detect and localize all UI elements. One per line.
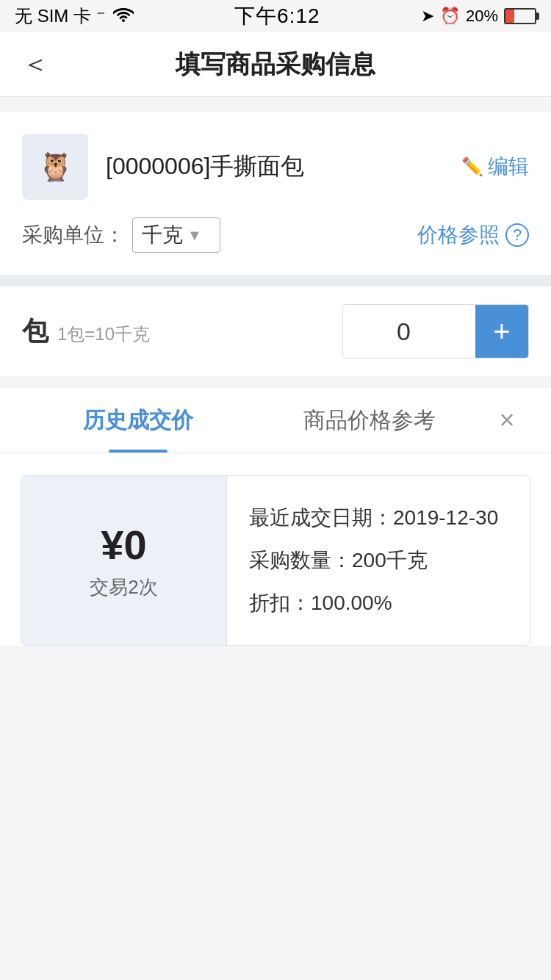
status-bar: 无 SIM 卡 ⁻ 下午6:12 ➤ ⏰ 20%	[0, 0, 551, 32]
price-ref-label: 价格参照	[417, 221, 500, 249]
recent-date-value: 2019-12-30	[393, 506, 498, 529]
quantity-input-group: +	[342, 304, 529, 359]
price-amount: 0	[124, 522, 147, 568]
price-display: ¥0	[101, 521, 146, 569]
product-image: 🦉	[22, 134, 88, 200]
location-icon: ➤	[421, 7, 434, 26]
status-left: 无 SIM 卡 ⁻	[15, 4, 134, 28]
quantity-row: 包 1包=10千克 +	[0, 287, 551, 376]
status-right: ➤ ⏰ 20%	[421, 7, 536, 26]
quantity-label-text: 采购数量：	[249, 549, 352, 572]
battery-icon	[504, 8, 536, 24]
alarm-icon: ⏰	[440, 7, 460, 26]
quantity-input[interactable]	[343, 305, 475, 358]
tab-price-label: 商品价格参考	[303, 406, 436, 436]
close-button[interactable]: ×	[485, 398, 529, 442]
edit-button[interactable]: ✏️ 编辑	[461, 153, 529, 181]
dropdown-icon: ▼	[187, 227, 202, 244]
product-left: 🦉 [0000006]手撕面包	[22, 134, 304, 200]
product-card: 🦉 [0000006]手撕面包 ✏️ 编辑 采购单位： 千克 ▼ 价格参照 ?	[0, 112, 551, 275]
detail-column: 最近成交日期：2019-12-30 采购数量：200千克 折扣：100.00%	[227, 476, 530, 645]
discount-row: 折扣：100.00%	[249, 588, 508, 619]
tabs-panel: 历史成交价 商品价格参考 × ¥0 交易2次 最近成交日期：2019-12-30…	[0, 388, 551, 646]
product-name: [0000006]手撕面包	[106, 151, 304, 183]
sim-label: 无 SIM 卡 ⁻	[15, 4, 106, 28]
trade-times: 交易2次	[90, 574, 157, 600]
product-icon-symbol: 🦉	[38, 151, 73, 183]
quantity-plus-button[interactable]: +	[475, 305, 528, 358]
quantity-label: 包 1包=10千克	[22, 314, 150, 350]
tab-history-price[interactable]: 历史成交价	[22, 388, 253, 453]
question-icon: ?	[505, 223, 529, 247]
product-bottom-row: 采购单位： 千克 ▼ 价格参照 ?	[22, 217, 529, 253]
nav-bar: ＜ 填写商品采购信息	[0, 32, 551, 97]
tab-product-price-ref[interactable]: 商品价格参考	[253, 388, 485, 453]
page-title: 填写商品采购信息	[176, 48, 375, 82]
recent-date-row: 最近成交日期：2019-12-30	[249, 502, 508, 533]
quantity-value: 200千克	[352, 549, 428, 572]
battery-percent: 20%	[466, 7, 498, 26]
edit-icon: ✏️	[461, 156, 483, 177]
status-time: 下午6:12	[234, 2, 320, 30]
currency-symbol: ¥	[101, 522, 123, 568]
section-divider	[0, 275, 551, 287]
unit-select[interactable]: 千克 ▼	[132, 217, 220, 253]
unit-prefix: 采购单位：	[22, 221, 125, 249]
price-reference-button[interactable]: 价格参照 ?	[417, 221, 529, 249]
unit-row: 采购单位： 千克 ▼	[22, 217, 220, 253]
tab-history-label: 历史成交价	[83, 406, 193, 436]
discount-value: 100.00%	[311, 591, 392, 614]
unit-value: 千克	[142, 221, 183, 249]
tabs-header: 历史成交价 商品价格参考 ×	[0, 388, 551, 453]
discount-label: 折扣：	[249, 591, 311, 614]
back-button[interactable]: ＜	[22, 46, 48, 82]
unit-character: 包	[22, 314, 48, 350]
product-top-row: 🦉 [0000006]手撕面包 ✏️ 编辑	[22, 134, 529, 200]
edit-label: 编辑	[488, 153, 529, 181]
unit-hint: 1包=10千克	[57, 323, 150, 346]
history-price-card: ¥0 交易2次 最近成交日期：2019-12-30 采购数量：200千克 折扣：…	[21, 475, 530, 646]
price-column: ¥0 交易2次	[21, 476, 227, 645]
wifi-icon	[113, 6, 134, 26]
purchase-quantity-row: 采购数量：200千克	[249, 545, 508, 576]
recent-date-label: 最近成交日期：	[249, 506, 393, 529]
